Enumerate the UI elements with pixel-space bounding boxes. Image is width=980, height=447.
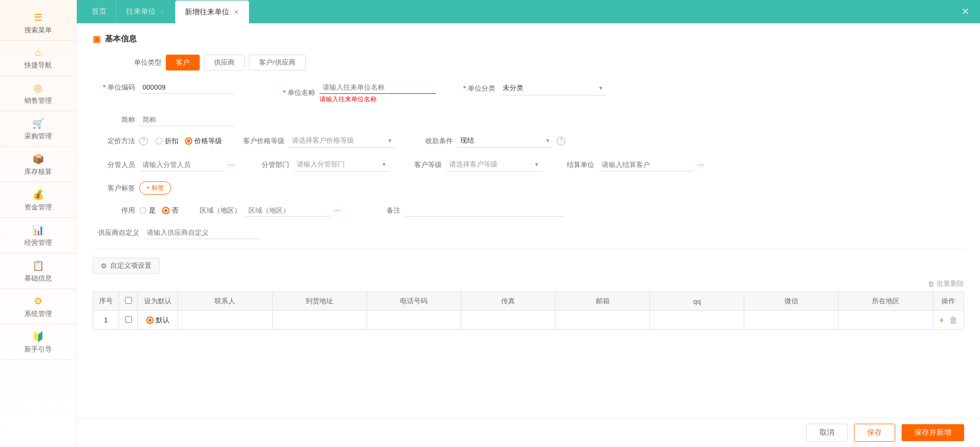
customer-price-level-select[interactable]: 请选择客户价格等级 ▾ — [289, 134, 395, 148]
row-checkbox[interactable] — [125, 316, 132, 323]
disabled-group: 停用 是 否 — [98, 206, 179, 215]
batch-delete-icon: 🗑 — [928, 280, 934, 288]
unit-category-value: 未分类 — [503, 83, 523, 93]
sidebar-item-finance[interactable]: 💰 资金管理 — [0, 182, 76, 218]
table-row: 1 默认 — [93, 311, 964, 330]
radio-disabled-yes-circle — [139, 207, 147, 214]
settlement-unit-group: 结算单位 ··· — [557, 159, 706, 171]
address-input[interactable] — [280, 314, 359, 326]
save-button[interactable]: 保存 — [854, 424, 895, 442]
payment-terms-value: 现结 — [460, 136, 474, 145]
payment-terms-arrow: ▾ — [546, 137, 549, 144]
fax-input[interactable] — [468, 314, 548, 326]
remark-input[interactable] — [405, 204, 564, 217]
cell-address — [272, 311, 367, 330]
radio-disabled-no-label: 否 — [172, 206, 179, 215]
phone-input[interactable] — [374, 314, 453, 326]
sidebar-item-search[interactable]: ☰ 搜索菜单 — [0, 5, 76, 41]
radio-discount-label: 折扣 — [165, 136, 179, 146]
cell-action: + 🗑 — [933, 311, 964, 330]
batch-delete-area[interactable]: 🗑 批量删除 — [93, 279, 964, 288]
close-all-tabs[interactable]: ✕ — [956, 6, 975, 17]
sidebar-item-purchase[interactable]: 🛒 采购管理 — [0, 111, 76, 147]
system-icon: ⚙ — [34, 295, 42, 307]
cancel-button[interactable]: 取消 — [806, 424, 848, 442]
unit-category-label: 单位分类 — [458, 84, 495, 93]
supervisor-input[interactable] — [139, 159, 224, 171]
disabled-radio-group: 是 否 — [139, 206, 179, 215]
qq-input[interactable] — [657, 314, 737, 326]
sidebar-item-basic-info[interactable]: 📋 基础信息 — [0, 253, 76, 289]
tab-new-contact-close[interactable]: ✕ — [234, 8, 239, 16]
sidebar-item-label: 新手引导 — [24, 345, 52, 354]
tab-home[interactable]: 首页 — [82, 0, 117, 23]
supplier-custom-input[interactable] — [144, 226, 260, 239]
unit-btn-supplier[interactable]: 供应商 — [204, 55, 245, 71]
sidebar-item-quick-nav[interactable]: ⌂ 快捷导航 — [0, 41, 76, 76]
unit-name-input[interactable] — [319, 81, 436, 94]
region-group: 区域（地区） ··· — [200, 204, 342, 217]
tab-contacts-close[interactable]: ✕ — [160, 8, 165, 15]
unit-code-input[interactable] — [139, 81, 235, 94]
unit-btn-both[interactable]: 客户/供应商 — [249, 55, 306, 71]
pricing-method-label: 定价方法 — [98, 136, 135, 146]
sidebar-item-label: 基础信息 — [24, 274, 52, 283]
payment-terms-label: 收款条件 — [416, 136, 453, 146]
tab-new-contact[interactable]: 新增往来单位 ✕ — [175, 1, 249, 24]
sales-icon: ◎ — [34, 82, 42, 94]
add-row-btn[interactable]: + — [939, 315, 944, 325]
pricing-help-icon[interactable]: ? — [139, 137, 148, 145]
custom-settings-label: 自定义项设置 — [110, 261, 152, 270]
region-more-btn[interactable]: ··· — [331, 206, 342, 215]
contact-input[interactable] — [185, 314, 265, 326]
radio-disabled-yes[interactable]: 是 — [139, 206, 156, 215]
supervisor-more-btn[interactable]: ··· — [225, 160, 236, 170]
sidebar-item-system[interactable]: ⚙ 系统管理 — [0, 289, 76, 325]
operations-icon: 📊 — [32, 224, 44, 236]
default-radio-label: 默认 — [156, 315, 170, 325]
department-select[interactable]: 请输入分管部门 ▾ — [293, 157, 389, 172]
region-input[interactable] — [245, 204, 330, 217]
save-and-new-button[interactable]: 保存并新增 — [902, 424, 964, 441]
payment-terms-select[interactable]: 现结 ▾ — [457, 134, 553, 148]
sidebar-item-label: 经营管理 — [24, 238, 52, 248]
department-label: 分管部门 — [252, 160, 289, 170]
radio-price-level[interactable]: 价格等级 — [185, 136, 222, 146]
unit-category-select[interactable]: 未分类 ▾ — [500, 81, 605, 95]
short-name-input[interactable] — [139, 113, 235, 126]
remark-group: 备注 — [363, 204, 564, 217]
cell-default: 默认 — [138, 311, 178, 330]
custom-settings-button[interactable]: ⚙ 自定义项设置 — [93, 258, 159, 274]
settlement-unit-more-btn[interactable]: ··· — [695, 160, 706, 170]
add-tag-button[interactable]: + 标签 — [139, 181, 171, 195]
radio-disabled-no[interactable]: 否 — [162, 206, 179, 215]
col-default: 设为默认 — [138, 292, 178, 311]
department-arrow: ▾ — [382, 161, 386, 168]
sidebar-item-guide[interactable]: 🔰 新手引导 — [0, 325, 76, 360]
row-pricing: 定价方法 ? 折扣 价格等级 客户价格等级 请选择客户价格等级 — [98, 134, 964, 148]
customer-price-level-label: 客户价格等级 — [243, 136, 284, 146]
radio-discount-circle — [155, 137, 163, 145]
quick-nav-icon: ⌂ — [35, 47, 41, 58]
email-input[interactable] — [563, 314, 643, 326]
sidebar-item-operations[interactable]: 📊 经营管理 — [0, 218, 76, 253]
unit-btn-customer[interactable]: 客户 — [166, 55, 200, 71]
delete-row-btn[interactable]: 🗑 — [949, 315, 958, 325]
tab-contacts[interactable]: 往来单位 ✕ — [117, 0, 175, 23]
wechat-input[interactable] — [752, 314, 831, 326]
region-wrap: ··· — [245, 204, 342, 217]
select-all-checkbox[interactable] — [125, 297, 132, 304]
col-wechat: 微信 — [744, 292, 839, 311]
area-input[interactable] — [846, 314, 925, 326]
radio-price-level-circle — [185, 137, 192, 145]
settlement-unit-input[interactable] — [599, 159, 694, 171]
section-title: 基本信息 — [105, 34, 137, 44]
sidebar-item-sales[interactable]: ◎ 销售管理 — [0, 76, 76, 111]
unit-name-group: 单位名称 请输入往来单位名称 — [278, 81, 437, 104]
default-radio[interactable]: 默认 — [143, 315, 172, 325]
payment-terms-help-icon[interactable]: ? — [557, 137, 565, 145]
payment-terms-group: 收款条件 现结 ▾ ? — [416, 134, 565, 148]
sidebar-item-inventory[interactable]: 📦 库存核算 — [0, 147, 76, 182]
radio-discount[interactable]: 折扣 — [155, 136, 179, 146]
customer-level-select[interactable]: 请选择客户等级 ▾ — [446, 157, 541, 172]
